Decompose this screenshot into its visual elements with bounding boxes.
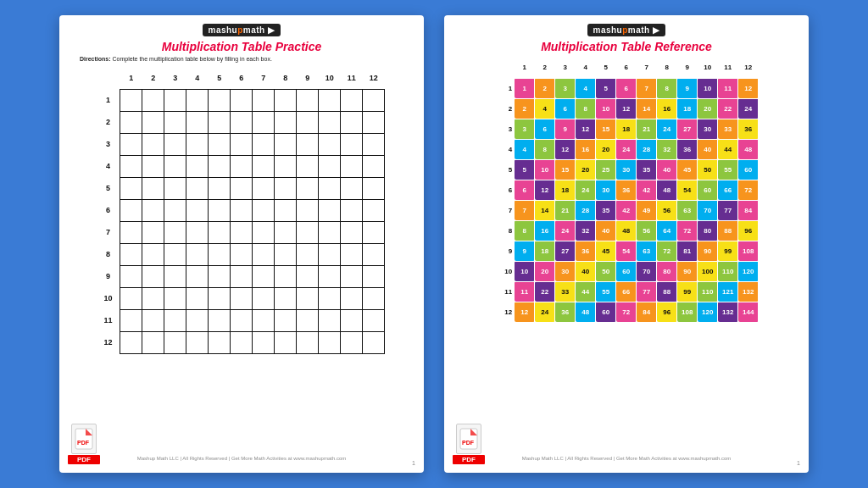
reference-table: 123456789101112 112345678910111222468101… [494,58,760,323]
pdf-badge-1: PDF PDF [68,424,100,464]
logo-bar-2: mashupmath ▶ [587,24,665,36]
practice-page: mashupmath ▶ Multiplication Table Practi… [59,15,424,473]
reference-page: mashupmath ▶ Multiplication Table Refere… [444,15,809,473]
reference-title: Multiplication Table Reference [541,40,712,53]
svg-text:PDF: PDF [77,440,90,446]
practice-title: Multiplication Table Practice [162,40,322,53]
pdf-label-2: PDF [453,455,485,464]
pdf-icon-2: PDF [456,424,481,454]
footer-2: Mashup Math LLC | All Rights Reserved | … [522,456,732,461]
svg-rect-3 [460,429,477,449]
svg-text:PDF: PDF [462,440,475,446]
logo-bar-1: mashupmath ▶ [203,24,280,36]
pdf-icon-1: PDF [71,424,97,454]
pdf-label-1: PDF [68,455,100,464]
footer-1: Mashup Math LLC | All Rights Reserved | … [137,456,347,461]
page-num-1: 1 [412,460,415,466]
svg-rect-0 [75,429,92,449]
directions-text: Directions: Complete the multiplication … [71,56,412,62]
page-num-2: 1 [797,460,800,466]
practice-table: 123456789101112 123456789101112 [98,67,386,354]
pdf-badge-2: PDF PDF [453,424,485,464]
